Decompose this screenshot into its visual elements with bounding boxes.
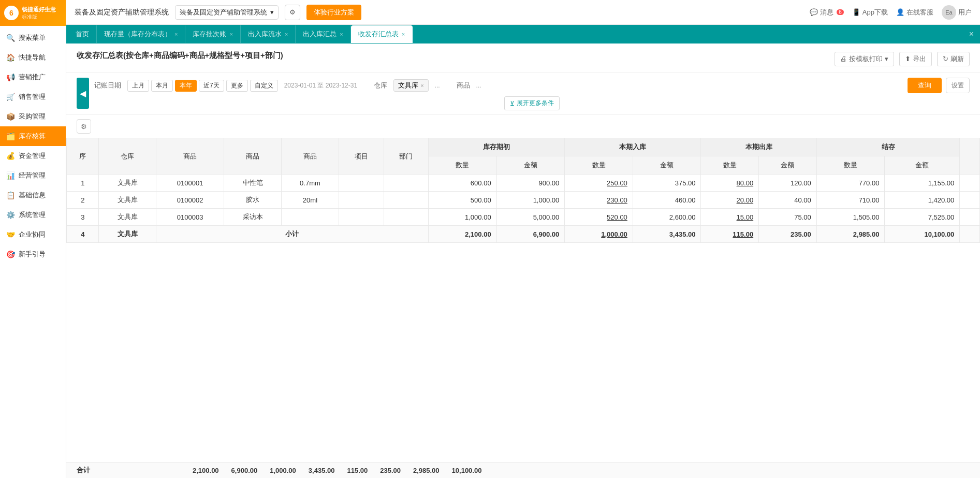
col-opening-header: 库存期初 (429, 138, 565, 156)
col-department: 部门 (384, 138, 428, 175)
date-btn-more[interactable]: 更多 (226, 80, 248, 92)
tab-label-in-out-summary: 出入库汇总 (303, 30, 337, 39)
tabbar-close-all-button[interactable]: × (965, 27, 978, 41)
expand-conditions-button[interactable]: ⊻ 展开更多条件 (504, 96, 560, 110)
subtotal-extra (960, 226, 980, 243)
filter-action-buttons: 查询 设置 (908, 78, 970, 93)
cell-warehouse: 文具库 (99, 209, 156, 226)
cell-in-amt: 2,600.00 (633, 209, 701, 226)
date-label: 记账日期 (94, 81, 121, 90)
goods-more-button[interactable]: ... (476, 82, 481, 89)
cell-out-qty[interactable]: 20.00 (701, 192, 759, 209)
cell-open-qty: 1,000.00 (429, 209, 497, 226)
sidebar-item-label: 采购管理 (19, 112, 46, 121)
filter-collapse-button[interactable]: ◀ (77, 78, 89, 109)
app-download-button[interactable]: 📱 App下载 (852, 8, 888, 17)
tab-close-recv-send-summary[interactable]: × (402, 31, 405, 37)
warehouse-more-button[interactable]: ... (435, 82, 440, 89)
col-goods-code: 商品 (156, 138, 224, 175)
goods-filter-label: 商品 (457, 81, 470, 90)
table-settings-button[interactable]: ⚙ (77, 119, 91, 134)
total-in-amt: 3,435.00 (309, 467, 335, 474)
tab-inventory-dist[interactable]: 现存量（库存分布表）× (97, 25, 185, 43)
sidebar-item-quick-nav[interactable]: 🏠快捷导航 (0, 48, 66, 67)
sidebar-item-purchase[interactable]: 📦采购管理 (0, 107, 66, 126)
tab-in-out-summary[interactable]: 出入库汇总× (296, 25, 350, 43)
quick-nav-icon: 🏠 (6, 53, 14, 62)
cell-out-qty[interactable]: 15.00 (701, 209, 759, 226)
tab-label-recv-send-summary: 收发存汇总表 (358, 30, 399, 39)
finance-icon: 💰 (6, 152, 14, 160)
date-btn-7days[interactable]: 近7天 (199, 80, 224, 92)
cell-in-qty[interactable]: 250.00 (565, 175, 633, 192)
query-button[interactable]: 查询 (908, 78, 942, 93)
col-in-amt: 金额 (633, 156, 701, 175)
sidebar-item-search[interactable]: 🔍搜索菜单 (0, 28, 66, 48)
online-service-button[interactable]: 👤 在线客服 (896, 8, 933, 17)
sidebar-item-guide[interactable]: 🎯新手引导 (0, 244, 66, 264)
filter-section: ◀ 记账日期 上月 本月 本年 近7天 更多 自定义 2023-01-01 至 … (66, 73, 980, 115)
tab-close-in-out-summary[interactable]: × (340, 31, 343, 37)
user-button[interactable]: Ea 用户 (942, 5, 972, 20)
system-selector[interactable]: 装备及固定资产辅助管理系统 ▾ (175, 5, 279, 20)
cell-warehouse: 文具库 (99, 192, 156, 209)
sidebar-item-label: 营销推广 (19, 73, 46, 82)
subtotal-in-amt: 3,435.00 (633, 226, 701, 243)
logo-icon: 6 (4, 6, 19, 20)
cell-extra (960, 209, 980, 226)
notification-button[interactable]: 💬 消息 6 (810, 8, 844, 17)
subtotal-label: 小计 (156, 226, 428, 243)
date-btn-custom[interactable]: 自定义 (250, 80, 278, 92)
sidebar-item-label: 快捷导航 (19, 53, 46, 62)
cell-in-qty[interactable]: 230.00 (565, 192, 633, 209)
topbar-right: 💬 消息 6 📱 App下载 👤 在线客服 Ea 用户 (810, 5, 972, 20)
date-btn-this-year[interactable]: 本年 (175, 80, 197, 92)
cell-bal-qty: 710.00 (816, 192, 885, 209)
avatar: Ea (942, 5, 956, 20)
warehouse-tag-close[interactable]: × (420, 82, 423, 89)
topbar-left: 装备及固定资产辅助管理系统 装备及固定资产辅助管理系统 ▾ ⚙ 体验行业方案 (75, 5, 361, 20)
subtotal-open-amt: 6,900.00 (496, 226, 565, 243)
tab-in-out-flow[interactable]: 出入库流水× (241, 25, 296, 43)
tab-label-inventory-dist: 现存量（库存分布表） (104, 30, 171, 39)
export-button[interactable]: ⬆ 导出 (899, 52, 932, 66)
logo-text: 畅捷通好生意 标准版 (22, 6, 56, 20)
date-btn-this-month[interactable]: 本月 (151, 80, 173, 92)
setting-button[interactable]: 设置 (946, 78, 970, 93)
print-button[interactable]: 🖨 按模板打印 ▾ (835, 52, 894, 66)
tab-batch-ledger[interactable]: 库存批次账× (185, 25, 240, 43)
tab-close-in-out-flow[interactable]: × (285, 31, 288, 37)
cell-out-qty[interactable]: 80.00 (701, 175, 759, 192)
cell-bal-amt: 1,155.00 (885, 175, 960, 192)
date-btn-last-month[interactable]: 上月 (127, 80, 149, 92)
sidebar-item-inventory[interactable]: 🗂️库存核算 (0, 126, 66, 146)
sidebar-item-system[interactable]: ⚙️系统管理 (0, 205, 66, 225)
cell-name: 采访本 (224, 209, 281, 226)
cell-open-qty: 600.00 (429, 175, 497, 192)
sidebar-item-label: 库存核算 (19, 132, 46, 141)
sidebar-item-label: 基础信息 (19, 191, 46, 200)
sidebar-item-operations[interactable]: 📊经营管理 (0, 166, 66, 185)
sidebar-item-marketing[interactable]: 📢营销推广 (0, 67, 66, 87)
refresh-button[interactable]: ↻ 刷新 (937, 52, 970, 66)
cell-dept (384, 209, 428, 226)
tab-home[interactable]: 首页 (68, 25, 97, 43)
sidebar-item-finance[interactable]: 💰资金管理 (0, 146, 66, 166)
col-bal-amt: 金额 (885, 156, 960, 175)
page-header: 收发存汇总表(按仓库+商品编码+商品+规格型号+项目+部门) 🖨 按模板打印 ▾… (66, 44, 980, 73)
tab-close-batch-ledger[interactable]: × (229, 31, 232, 37)
settings-gear-button[interactable]: ⚙ (285, 5, 300, 20)
subtotal-out-qty[interactable]: 115.00 (701, 226, 759, 243)
trial-button[interactable]: 体验行业方案 (306, 5, 361, 20)
tab-close-inventory-dist[interactable]: × (174, 31, 178, 37)
tab-recv-send-summary[interactable]: 收发存汇总表× (351, 25, 413, 43)
cell-dept (384, 175, 428, 192)
total-open-amt: 6,900.00 (231, 467, 258, 474)
cell-in-qty[interactable]: 520.00 (565, 209, 633, 226)
cell-extra (960, 192, 980, 209)
sidebar-item-basic-info[interactable]: 📋基础信息 (0, 185, 66, 205)
sidebar-item-enterprise[interactable]: 🤝企业协同 (0, 225, 66, 244)
warehouse-tag[interactable]: 文具库 × (393, 79, 428, 92)
subtotal-in-qty[interactable]: 1,000.00 (565, 226, 633, 243)
sidebar-item-sales[interactable]: 🛒销售管理 (0, 87, 66, 107)
